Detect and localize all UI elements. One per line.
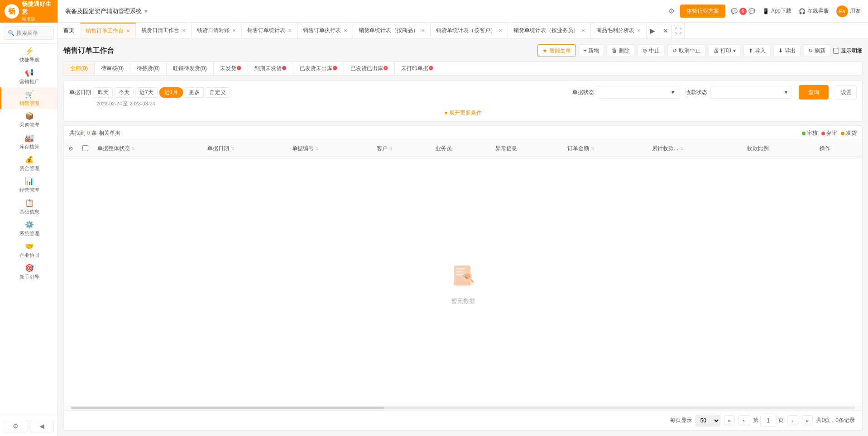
- date-yesterday-btn[interactable]: 昨天: [94, 87, 113, 98]
- refresh-btn[interactable]: ↻ 刷新: [803, 44, 830, 57]
- tab-sales-stat[interactable]: 销售订单统计表 ✕: [242, 23, 297, 39]
- tab-product-margin[interactable]: 商品毛利分析表 ✕: [591, 23, 647, 39]
- tab-cash-daily[interactable]: 钱货日清工作台 ✕: [136, 23, 192, 39]
- page-input[interactable]: [760, 415, 777, 427]
- filter-tab-shipped-not-out[interactable]: 已发货未出库❶: [293, 62, 344, 75]
- status-select[interactable]: ▾: [597, 86, 678, 99]
- tab-close-icon[interactable]: ✕: [499, 28, 502, 33]
- review-action-btn[interactable]: 审核: [802, 129, 818, 137]
- smart-create-btn[interactable]: ★ 智能生单: [537, 44, 576, 57]
- sidebar-item-marketing[interactable]: 📢 营销推广: [0, 66, 58, 87]
- sidebar-item-inventory[interactable]: 🏭 库存核算: [0, 131, 58, 152]
- sidebar-item-sales[interactable]: 🛒 销售管理: [0, 87, 58, 109]
- query-btn[interactable]: 查询: [799, 85, 829, 100]
- tab-close-icon[interactable]: ✕: [182, 28, 186, 33]
- date-filter-item: 单据日期 昨天 今天 近7天 近1月 更多 自定义: [69, 87, 230, 98]
- sidebar-item-operation[interactable]: 📊 经营管理: [0, 174, 58, 196]
- tab-scroll-right-btn[interactable]: ▶: [647, 23, 659, 39]
- collapse-btn[interactable]: ◀: [30, 420, 54, 432]
- delete-btn[interactable]: 🗑 删除: [607, 44, 635, 57]
- filter-tab-pending-review[interactable]: 待审核(0): [95, 62, 131, 75]
- sidebar-item-basic[interactable]: 📋 基础信息: [0, 196, 58, 218]
- first-page-btn[interactable]: «: [724, 415, 735, 426]
- prev-page-btn[interactable]: ‹: [739, 415, 749, 426]
- add-btn[interactable]: + 新增: [579, 44, 604, 57]
- sort-icon[interactable]: ⇅: [131, 146, 135, 151]
- tab-sales-workbench[interactable]: 销售订单工作台 ✕: [80, 23, 136, 39]
- print-btn[interactable]: 🖨 打印 ▾: [708, 44, 741, 57]
- sort-icon[interactable]: ⇅: [680, 146, 684, 151]
- user-menu-btn[interactable]: Ea 用友: [836, 5, 861, 17]
- filter-tab-shipped-out[interactable]: 已发货已出库❶: [344, 62, 395, 75]
- filter-tab-all[interactable]: 全部(0): [64, 62, 95, 75]
- tab-sales-product-stat[interactable]: 销货单统计表（按商品） ✕: [353, 23, 431, 39]
- sidebar-item-finance[interactable]: 💰 资金管理: [0, 152, 58, 174]
- import-btn[interactable]: ⬆ 导入: [743, 44, 771, 57]
- col-doc-status: 单据整体状态 ⇅: [93, 141, 203, 156]
- settings-filter-btn[interactable]: 设置: [836, 85, 857, 100]
- tab-cash-reconcile[interactable]: 钱货日清对账 ✕: [192, 23, 242, 39]
- tab-close-icon[interactable]: ✕: [232, 28, 236, 33]
- sidebar-item-system[interactable]: ⚙️ 系统管理: [0, 218, 58, 239]
- select-all-checkbox[interactable]: [82, 145, 88, 151]
- expand-filter-btn[interactable]: ▾ 展开更多条件: [69, 107, 857, 117]
- online-service-btn[interactable]: 🎧 在线客服: [799, 7, 829, 15]
- filter-tab-not-printed[interactable]: 未打印单据❶: [395, 62, 440, 75]
- ship-action-btn[interactable]: 发货: [841, 129, 857, 137]
- tab-fullscreen-btn[interactable]: ⛶: [672, 23, 685, 39]
- sidebar-item-quick-nav[interactable]: ⚡ 快捷导航: [0, 44, 58, 66]
- tab-home[interactable]: 首页: [58, 23, 80, 39]
- topbar-gear-icon[interactable]: ⚙: [668, 7, 675, 15]
- filter-tab-overdue[interactable]: 到期未发货❶: [248, 62, 293, 75]
- sort-icon[interactable]: ⇅: [591, 146, 595, 151]
- per-page-select[interactable]: 20 50 100: [695, 415, 720, 427]
- show-detail-input[interactable]: [833, 48, 839, 54]
- tab-close-icon[interactable]: ✕: [344, 28, 347, 33]
- col-settings[interactable]: ⚙: [64, 141, 78, 156]
- cancel-review-action-btn[interactable]: 弃审: [821, 129, 837, 137]
- message-btn[interactable]: 💬 6 💬: [731, 8, 755, 15]
- export-btn[interactable]: ⬇ 导出: [773, 44, 801, 57]
- sidebar-item-enterprise[interactable]: 🤝 企业协同: [0, 239, 58, 261]
- sidebar-item-purchase[interactable]: 📦 采购管理: [0, 109, 58, 131]
- app-download-btn[interactable]: 📱 App下载: [762, 7, 791, 15]
- date-more-btn[interactable]: 更多: [185, 87, 204, 98]
- headset-icon: 🎧: [799, 8, 806, 14]
- sort-icon[interactable]: ⇅: [231, 146, 235, 151]
- col-checkbox[interactable]: [78, 141, 93, 156]
- tab-close-icon[interactable]: ✕: [288, 28, 292, 33]
- show-detail-checkbox[interactable]: 显示明细: [833, 47, 863, 55]
- stop-btn[interactable]: ⊘ 中止: [638, 44, 665, 57]
- tab-close-icon[interactable]: ✕: [637, 28, 641, 33]
- date-7days-btn[interactable]: 近7天: [135, 87, 158, 98]
- tab-sales-staff-stat[interactable]: 销货单统计表（按业务员） ✕: [508, 23, 591, 39]
- date-1month-btn[interactable]: 近1月: [159, 87, 183, 98]
- next-page-btn[interactable]: ›: [787, 415, 798, 426]
- search-menu-btn[interactable]: 🔍 搜索菜单: [4, 26, 54, 40]
- sidebar-item-guide[interactable]: 🎯 新手引导: [0, 261, 58, 283]
- date-custom-btn[interactable]: 自定义: [206, 87, 230, 98]
- horizontal-scrollbar[interactable]: [64, 405, 862, 410]
- title-arrow-icon: ▾: [144, 8, 148, 14]
- cancel-stop-btn[interactable]: ↺ 取消中止: [667, 44, 705, 57]
- tab-close-all-btn[interactable]: ✕: [659, 23, 672, 39]
- tab-close-icon[interactable]: ✕: [581, 28, 585, 33]
- chevron-down-icon: ▾: [785, 89, 787, 95]
- import-icon: ⬆: [748, 47, 753, 54]
- tab-close-icon[interactable]: ✕: [126, 28, 130, 33]
- tab-sales-exec[interactable]: 销售订单执行表 ✕: [297, 23, 353, 39]
- filter-tab-wangpu[interactable]: 旺铺待发货(0): [167, 62, 214, 75]
- cancel-stop-icon: ↺: [672, 47, 677, 54]
- industry-solution-btn[interactable]: 体验行业方案: [680, 5, 725, 18]
- sort-icon[interactable]: ⇅: [315, 146, 319, 151]
- last-page-btn[interactable]: »: [802, 415, 813, 426]
- sort-icon[interactable]: ⇅: [389, 146, 393, 151]
- payment-select[interactable]: ▾: [710, 86, 791, 99]
- date-today-btn[interactable]: 今天: [115, 87, 134, 98]
- tab-close-icon[interactable]: ✕: [421, 28, 425, 33]
- tab-sales-customer-stat[interactable]: 销货单统计表（按客户） ✕: [431, 23, 508, 39]
- filter-tab-not-shipped[interactable]: 未发货❶: [214, 62, 248, 75]
- settings-btn[interactable]: ⚙: [4, 420, 28, 432]
- scrollbar-thumb[interactable]: [71, 407, 384, 409]
- filter-tab-pending-inspect[interactable]: 待拣货(0): [130, 62, 167, 75]
